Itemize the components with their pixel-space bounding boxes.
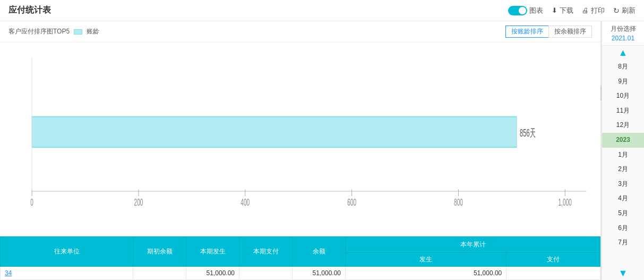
sidebar-month-1[interactable]: 1月 (602, 148, 644, 163)
svg-rect-1 (32, 117, 517, 148)
sort-by-balance-btn[interactable]: 按账龄排序 (505, 26, 548, 38)
download-label: 下载 (560, 6, 573, 15)
svg-text:800: 800 (454, 197, 463, 208)
table-area: 往来单位 期初余额 本期发生 本期支付 余额 本年累计 发生 支付 (0, 236, 600, 280)
refresh-action[interactable]: ↻ 刷新 (613, 6, 636, 15)
col-ytd-occurrence-header: 发生 (346, 253, 506, 267)
header: 应付统计表 图表 ⬇ 下载 🖨 打印 ↻ 刷新 (0, 0, 644, 21)
sidebar-month-6[interactable]: 6月 (602, 221, 644, 236)
chart-legend: 客户应付排序图TOP5 账龄 (8, 27, 99, 36)
col-unit-header: 往来单位 (1, 237, 133, 267)
sidebar-year-2023[interactable]: 2023 (602, 133, 644, 148)
sidebar-month-7[interactable]: 7月 (602, 235, 644, 250)
sort-by-amount-btn[interactable]: 按余额排序 (548, 26, 592, 38)
sidebar-month-10[interactable]: 10月 (602, 89, 644, 104)
table-row: 34 51,000.00 51,000.00 51,000.00 (1, 267, 600, 280)
refresh-label: 刷新 (622, 6, 636, 15)
print-icon: 🖨 (582, 6, 589, 14)
unit-cell: 34 (1, 267, 133, 280)
sidebar-down-button[interactable]: ▼ (602, 266, 644, 280)
svg-text:0: 0 (30, 197, 33, 208)
sidebar-month-9[interactable]: 9月 (602, 74, 644, 89)
col-balance-header: 余额 (293, 237, 346, 267)
sidebar-months: 8月 9月 10月 11月 12月 2023 1月 2月 3月 4月 5月 6月… (602, 60, 644, 266)
chart-body: 34 856天 0 200 (0, 43, 600, 236)
svg-text:600: 600 (347, 197, 356, 208)
sidebar-month-3[interactable]: 3月 (602, 177, 644, 192)
col-ytd-payment-header: 支付 (506, 253, 600, 267)
legend-box (74, 29, 82, 35)
chart-svg: 34 856天 0 200 (27, 48, 592, 220)
ytd-payment-cell (506, 267, 600, 280)
col-ytd-group-header: 本年累计 (346, 237, 600, 253)
balance-cell: 51,000.00 (293, 267, 346, 280)
chart-toggle-switch[interactable] (508, 6, 527, 15)
svg-text:200: 200 (134, 197, 143, 208)
download-icon: ⬇ (552, 6, 557, 14)
opening-balance-cell (133, 267, 186, 280)
legend-box-label: 账龄 (87, 27, 99, 36)
sidebar-current-month: 2021.01 (604, 35, 642, 42)
download-action[interactable]: ⬇ 下载 (552, 6, 573, 15)
app-container: 应付统计表 图表 ⬇ 下载 🖨 打印 ↻ 刷新 (0, 0, 644, 280)
sidebar-month-4[interactable]: 4月 (602, 191, 644, 206)
sidebar-month-8[interactable]: 8月 (602, 60, 644, 74)
chart-area: 客户应付排序图TOP5 账龄 按账龄排序 按余额排序 34 (0, 21, 600, 280)
col-occurrence-header: 本期发生 (186, 237, 239, 267)
print-action[interactable]: 🖨 打印 (582, 6, 605, 15)
current-payment-cell (239, 267, 293, 280)
sidebar-month-5[interactable]: 5月 (602, 206, 644, 221)
unit-link[interactable]: 34 (5, 269, 12, 277)
col-payment-header: 本期支付 (239, 237, 293, 267)
chart-label: 图表 (529, 6, 543, 15)
refresh-icon: ↻ (613, 6, 620, 15)
svg-text:400: 400 (241, 197, 250, 208)
print-label: 打印 (591, 6, 605, 15)
sidebar: 月份选择 2021.01 ▲ 8月 9月 10月 11月 12月 2023 1月… (602, 21, 644, 280)
chart-header: 客户应付排序图TOP5 账龄 按账龄排序 按余额排序 (0, 21, 600, 43)
sidebar-month-11[interactable]: 11月 (602, 104, 644, 118)
svg-text:856天: 856天 (520, 127, 536, 139)
header-actions: 图表 ⬇ 下载 🖨 打印 ↻ 刷新 (508, 6, 636, 15)
current-occurrence-cell: 51,000.00 (186, 267, 239, 280)
sidebar-up-button[interactable]: ▲ (602, 46, 644, 60)
ytd-occurrence-cell: 51,000.00 (346, 267, 506, 280)
svg-text:1,000: 1,000 (559, 197, 572, 208)
sidebar-title: 月份选择 (604, 24, 642, 33)
legend-label: 客户应付排序图TOP5 (8, 27, 70, 36)
sidebar-month-12[interactable]: 12月 (602, 118, 644, 133)
sidebar-header: 月份选择 2021.01 (602, 21, 644, 46)
col-opening-header: 期初余额 (133, 237, 186, 267)
chart-sort-buttons: 按账龄排序 按余额排序 (505, 26, 592, 38)
chart-toggle-action[interactable]: 图表 (508, 6, 543, 15)
main-content: 客户应付排序图TOP5 账龄 按账龄排序 按余额排序 34 (0, 21, 644, 280)
sidebar-month-2[interactable]: 2月 (602, 162, 644, 177)
table-wrap: 往来单位 期初余额 本期发生 本期支付 余额 本年累计 发生 支付 (0, 236, 600, 280)
page-title: 应付统计表 (8, 5, 51, 16)
data-table: 往来单位 期初余额 本期发生 本期支付 余额 本年累计 发生 支付 (0, 236, 600, 280)
